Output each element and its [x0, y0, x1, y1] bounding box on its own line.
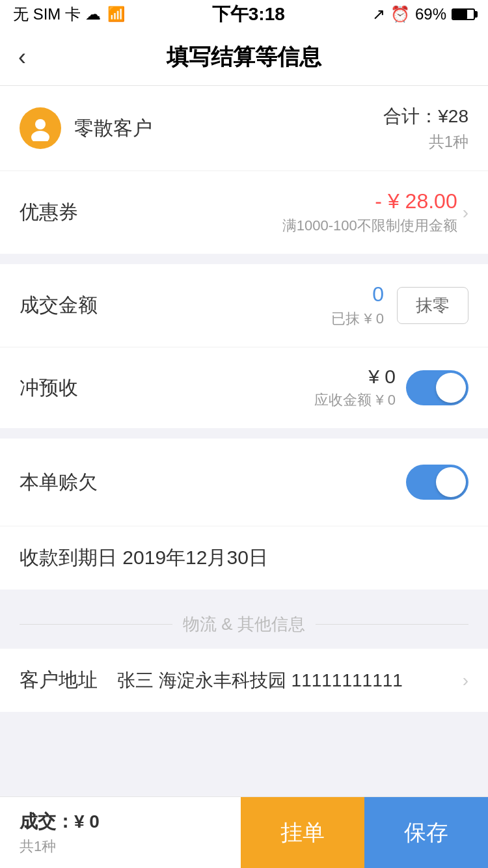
svg-point-0 [35, 119, 46, 129]
debit-section: 本单赊欠 收款到期日 2019年12月30日 [0, 439, 488, 590]
sim-status: 无 SIM 卡 ☁ [13, 4, 101, 25]
content: 零散客户 合计：¥28 共1种 优惠券 - ¥ 28.00 满1000-100不… [0, 86, 488, 800]
toggle-knob [436, 373, 466, 403]
address-chevron-icon: › [463, 670, 468, 691]
transaction-sub: 已抹 ¥ 0 [331, 309, 384, 329]
customer-total: 合计：¥28 [383, 104, 468, 129]
prereceipt-values: ¥ 0 应收金额 ¥ 0 [314, 366, 396, 410]
due-date-row: 收款到期日 2019年12月30日 [0, 526, 488, 590]
logistics-text: 物流 & 其他信息 [183, 613, 305, 636]
address-row[interactable]: 客户地址 张三 海淀永丰科技园 11111111111 › [0, 649, 488, 712]
save-button[interactable]: 保存 [364, 797, 488, 869]
back-button[interactable]: ‹ [18, 44, 26, 71]
address-label: 客户地址 [20, 667, 98, 694]
coupon-desc: 满1000-100不限制使用金额 [282, 216, 457, 236]
customer-left: 零散客户 [20, 107, 152, 149]
debit-label: 本单赊欠 [20, 469, 98, 496]
customer-count: 共1种 [383, 131, 468, 152]
alarm-icon: ⏰ [390, 5, 410, 23]
logistics-line-right [316, 624, 468, 625]
logistics-line-left [20, 624, 172, 625]
hold-button[interactable]: 挂单 [241, 797, 364, 869]
prereceipt-amount: ¥ 0 [314, 366, 396, 388]
location-icon: ↗ [372, 5, 385, 23]
prereceipt-label: 冲预收 [20, 375, 78, 401]
bottom-deal-value: ¥ 0 [74, 811, 100, 832]
bottom-summary: 成交：¥ 0 共1种 [0, 809, 241, 856]
debit-toggle[interactable] [406, 465, 468, 500]
bottom-bar: 成交：¥ 0 共1种 挂单 保存 [0, 796, 488, 868]
battery-icon [452, 8, 475, 20]
page-title: 填写结算等信息 [167, 42, 321, 72]
round-off-button[interactable]: 抹零 [397, 287, 468, 324]
coupon-amount: - ¥ 28.00 [282, 189, 457, 213]
coupon-chevron-icon: › [463, 202, 468, 223]
transaction-value-group: 0 已抹 ¥ 0 [331, 282, 384, 329]
prereceipt-right: ¥ 0 应收金额 ¥ 0 [314, 366, 468, 410]
customer-row[interactable]: 零散客户 合计：¥28 共1种 [0, 86, 488, 170]
transaction-value: 0 [372, 282, 384, 306]
debit-toggle-knob [436, 467, 466, 497]
due-date-label: 收款到期日 2019年12月30日 [20, 547, 268, 568]
logistics-divider: 物流 & 其他信息 [0, 600, 488, 649]
transaction-right: 0 已抹 ¥ 0 抹零 [331, 282, 468, 329]
transaction-label: 成交金额 [20, 292, 98, 319]
prereceipt-row: 冲预收 ¥ 0 应收金额 ¥ 0 [0, 347, 488, 428]
status-time: 下午3:18 [212, 2, 285, 27]
customer-section: 零散客户 合计：¥28 共1种 优惠券 - ¥ 28.00 满1000-100不… [0, 86, 488, 254]
bottom-deal-prefix: 成交： [20, 811, 74, 832]
address-value: 张三 海淀永丰科技园 11111111111 [117, 668, 463, 693]
address-section: 客户地址 张三 海淀永丰科技园 11111111111 › [0, 649, 488, 712]
customer-name: 零散客户 [74, 115, 152, 142]
avatar [20, 107, 61, 149]
prereceipt-sub: 应收金额 ¥ 0 [314, 390, 396, 410]
transaction-section: 成交金额 0 已抹 ¥ 0 抹零 冲预收 ¥ 0 应收金额 ¥ 0 [0, 264, 488, 428]
logistics-lines: 物流 & 其他信息 [0, 613, 488, 636]
transaction-row: 成交金额 0 已抹 ¥ 0 抹零 [0, 264, 488, 347]
coupon-row[interactable]: 优惠券 - ¥ 28.00 满1000-100不限制使用金额 › [0, 170, 488, 254]
status-bar: 无 SIM 卡 ☁ 📶 下午3:18 ↗ ⏰ 69% [0, 0, 488, 29]
debit-row: 本单赊欠 [0, 439, 488, 526]
coupon-label: 优惠券 [20, 199, 78, 226]
prereceipt-toggle[interactable] [406, 370, 468, 405]
coupon-right: - ¥ 28.00 满1000-100不限制使用金额 › [282, 189, 468, 236]
nav-bar: ‹ 填写结算等信息 [0, 29, 488, 86]
coupon-details: - ¥ 28.00 满1000-100不限制使用金额 [282, 189, 457, 236]
battery-text: 69% [415, 5, 446, 23]
svg-point-1 [31, 131, 49, 141]
person-icon [27, 115, 53, 141]
bottom-deal: 成交：¥ 0 [20, 809, 221, 834]
status-right: ↗ ⏰ 69% [372, 5, 475, 23]
wifi-icon: 📶 [107, 6, 125, 23]
customer-right: 合计：¥28 共1种 [383, 104, 468, 152]
bottom-count: 共1种 [20, 837, 221, 856]
status-left: 无 SIM 卡 ☁ 📶 [13, 4, 125, 25]
